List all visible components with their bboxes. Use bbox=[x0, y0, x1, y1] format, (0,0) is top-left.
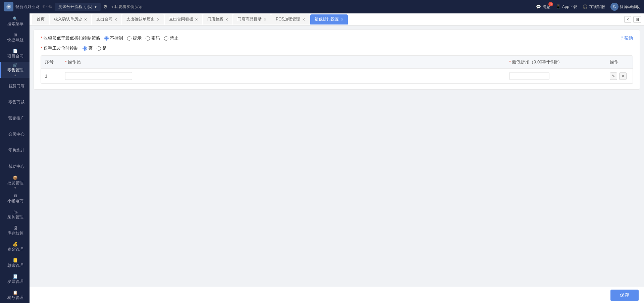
topbar-left: 畅捷通好业财 专业版 测试分开流程-小贝 ▼ ⚙ ○ 我要看实例演示 bbox=[4, 2, 143, 11]
tab-payment-contract[interactable]: 支出合同 × bbox=[92, 14, 121, 24]
ledger-icon: 📒 bbox=[13, 258, 18, 263]
sidebar-item-smart-store[interactable]: 智慧门店 bbox=[0, 78, 30, 94]
sidebar-item-shortcuts[interactable]: ⊞ 快捷导航 bbox=[0, 30, 30, 46]
col-seq: 序号 bbox=[41, 56, 61, 68]
help-link[interactable]: ？帮助 bbox=[620, 35, 633, 41]
tab-income-history[interactable]: 收入确认单历史 × bbox=[50, 14, 91, 24]
sidebar-item-retail-mall[interactable]: 零售商城 bbox=[0, 94, 30, 110]
sidebar-item-inventory[interactable]: 🗄 库存核算 bbox=[0, 223, 30, 239]
discount-strategy-row: 收银员低于最低折扣控制策略 不控制 提示 密码 bbox=[41, 35, 633, 41]
sidebar-label-fund: 资金管理 bbox=[7, 247, 23, 252]
discount-strategy-label: 收银员低于最低折扣控制策略 bbox=[41, 35, 100, 41]
page-content: 收银员低于最低折扣控制策略 不控制 提示 密码 bbox=[30, 26, 644, 287]
sidebar-label-help: 帮助中心 bbox=[8, 164, 24, 169]
edition-label: 专业版 bbox=[42, 4, 52, 9]
content-area: 首页 收入确认单历史 × 支出合同 × 支出确认单历史 × 支出合同看板 × 门… bbox=[30, 13, 644, 303]
save-button[interactable]: 保存 bbox=[610, 290, 639, 301]
app-name: 畅捷通好业财 bbox=[15, 4, 40, 10]
sidebar-label-tax: 税务管理 bbox=[7, 295, 23, 301]
tab-income-history-close[interactable]: × bbox=[84, 17, 87, 22]
tab-store-archive[interactable]: 门店档案 × bbox=[203, 14, 232, 24]
demo-label: 我要看实例演示 bbox=[114, 4, 143, 10]
discount-table: 序号 操作员 最低折扣（9.00等于9折） 操作 1 bbox=[41, 55, 633, 84]
project-selector[interactable]: 测试分开流程-小贝 ▼ bbox=[55, 3, 101, 11]
sidebar-item-invoice[interactable]: 🧾 发票管理 bbox=[0, 271, 30, 287]
sidebar-label-purchase: 采购管理 bbox=[7, 214, 23, 220]
cell-seq: 1 bbox=[41, 69, 61, 83]
sidebar-label-search: 搜索菜单 bbox=[7, 21, 23, 27]
inventory-icon: 🗄 bbox=[13, 226, 17, 231]
headset-icon: 🎧 bbox=[583, 4, 588, 9]
sidebar-label-inventory: 库存核算 bbox=[7, 231, 23, 236]
sidebar-item-wholesale[interactable]: 📦 批发管理 ▼ bbox=[0, 174, 30, 191]
tab-payment-board[interactable]: 支出合同看板 × bbox=[165, 14, 202, 24]
chevron-down-icon: ▼ bbox=[14, 186, 17, 190]
min-discount-input[interactable] bbox=[509, 72, 549, 80]
sidebar-item-member-center[interactable]: 会员中心 bbox=[0, 126, 30, 142]
radio-forbid-label: 禁止 bbox=[170, 35, 178, 41]
radio-password[interactable]: 密码 bbox=[146, 35, 160, 41]
tab-payment-confirm-history-label: 支出确认单历史 bbox=[126, 16, 155, 22]
col-operator: 操作员 bbox=[61, 56, 505, 68]
tab-menu-btn[interactable]: ⊟ bbox=[633, 16, 641, 23]
sidebar-item-purchase[interactable]: 🛍 采购管理 bbox=[0, 207, 30, 223]
radio-forbid[interactable]: 禁止 bbox=[164, 35, 178, 41]
close-tab-btn[interactable]: × bbox=[624, 16, 631, 23]
customer-service-label: 在线客服 bbox=[589, 4, 605, 10]
demo-circle-icon: ○ bbox=[110, 4, 113, 9]
delete-row-btn[interactable]: ✕ bbox=[619, 72, 627, 80]
radio-no-control-input[interactable] bbox=[104, 36, 109, 41]
cell-actions: ✎ ✕ bbox=[606, 69, 633, 83]
tab-min-discount[interactable]: 最低折扣设置 × bbox=[310, 14, 348, 24]
radio-no-label: 否 bbox=[88, 45, 93, 51]
topbar-settings-icon[interactable]: ⚙ bbox=[103, 4, 108, 9]
radio-no[interactable]: 否 bbox=[83, 45, 93, 51]
radio-yes[interactable]: 是 bbox=[97, 45, 107, 51]
manual-price-options: 否 是 bbox=[83, 45, 107, 51]
sidebar-item-tax[interactable]: 📋 税务管理 bbox=[0, 287, 30, 303]
sidebar-item-ecommerce[interactable]: 🖥 小畅电商 bbox=[0, 191, 30, 207]
sidebar-item-search[interactable]: 🔍 搜索菜单 bbox=[0, 13, 30, 30]
sidebar-item-fund[interactable]: 💰 资金管理 bbox=[0, 239, 30, 255]
sidebar-item-marketing[interactable]: 营销推广 bbox=[0, 110, 30, 126]
tab-store-products[interactable]: 门店商品目录 × bbox=[233, 14, 271, 24]
topbar-right: 💬 消息 8 📱 App下载 🎧 在线客服 徐 徐泽华修改 bbox=[536, 3, 640, 11]
tab-pos-password-close[interactable]: × bbox=[302, 17, 305, 22]
user-profile-btn[interactable]: 徐 徐泽华修改 bbox=[610, 3, 640, 11]
tab-store-products-close[interactable]: × bbox=[264, 17, 266, 22]
message-btn[interactable]: 💬 消息 8 bbox=[536, 4, 550, 10]
tab-payment-contract-close[interactable]: × bbox=[114, 17, 117, 22]
tab-min-discount-close[interactable]: × bbox=[341, 17, 343, 22]
tab-pos-password[interactable]: POS加密管理 × bbox=[271, 14, 310, 24]
purchase-icon: 🛍 bbox=[13, 210, 17, 214]
radio-yes-label: 是 bbox=[102, 45, 107, 51]
app-download-btn[interactable]: 📱 App下载 bbox=[556, 4, 577, 10]
sidebar-item-retail-stats[interactable]: 零售统计 bbox=[0, 142, 30, 158]
edit-row-btn[interactable]: ✎ bbox=[610, 72, 617, 80]
radio-yes-input[interactable] bbox=[97, 46, 101, 51]
operator-input[interactable] bbox=[65, 72, 132, 80]
app-logo: 畅捷通好业财 专业版 bbox=[4, 2, 52, 11]
tab-store-archive-label: 门店档案 bbox=[207, 16, 223, 22]
radio-forbid-input[interactable] bbox=[164, 36, 168, 41]
radio-remind[interactable]: 提示 bbox=[127, 35, 142, 41]
tab-payment-board-close[interactable]: × bbox=[195, 17, 198, 22]
radio-no-input[interactable] bbox=[83, 46, 87, 51]
radio-remind-label: 提示 bbox=[133, 35, 142, 41]
demo-link[interactable]: ○ 我要看实例演示 bbox=[110, 4, 143, 10]
radio-no-control[interactable]: 不控制 bbox=[104, 35, 123, 41]
customer-service-btn[interactable]: 🎧 在线客服 bbox=[583, 4, 605, 10]
ecommerce-icon: 🖥 bbox=[13, 194, 17, 198]
sidebar-item-retail-management[interactable]: 🛒 零售管理 ▲ bbox=[0, 62, 30, 78]
sidebar-item-help-center[interactable]: 帮助中心 bbox=[0, 158, 30, 174]
tab-home[interactable]: 首页 bbox=[32, 14, 49, 24]
contract-icon: 📄 bbox=[13, 49, 18, 53]
sidebar-item-ledger[interactable]: 📒 总账管理 bbox=[0, 255, 30, 271]
tab-payment-confirm-history-close[interactable]: × bbox=[157, 17, 159, 22]
tab-payment-confirm-history[interactable]: 支出确认单历史 × bbox=[122, 14, 164, 24]
radio-password-input[interactable] bbox=[146, 36, 150, 41]
sidebar-item-project-contract[interactable]: 📄 项目合同 bbox=[0, 46, 30, 62]
radio-remind-input[interactable] bbox=[127, 36, 131, 41]
tab-store-archive-close[interactable]: × bbox=[225, 17, 228, 22]
phone-icon: 📱 bbox=[556, 4, 561, 9]
